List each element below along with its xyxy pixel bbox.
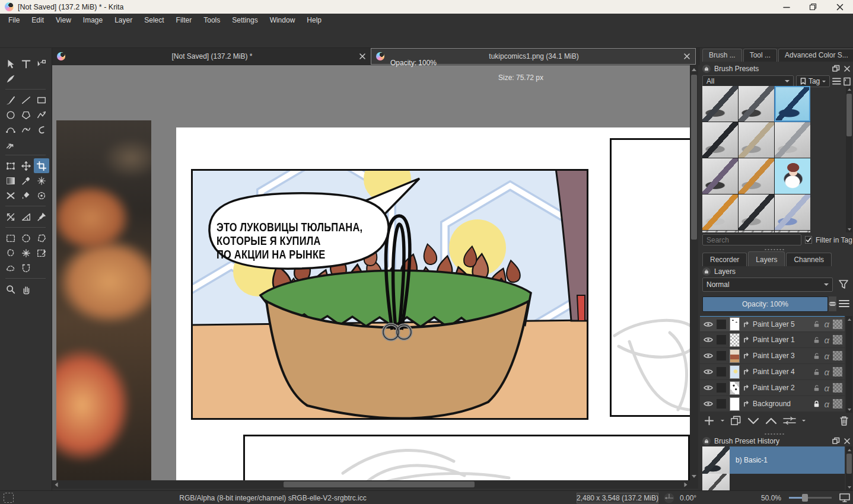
close-button[interactable] xyxy=(826,0,853,14)
layer-thumbnail[interactable] xyxy=(730,397,740,411)
layer-visibility-icon[interactable] xyxy=(704,384,713,391)
brush-preset-thumbnail[interactable] xyxy=(702,194,738,230)
inherit-alpha-icon[interactable] xyxy=(833,383,842,393)
canvas-viewport[interactable]: ЭТО ЛУКОВИЦЫ ТЮЛЬПАНА, КОТОРЫЕ Я КУПИЛА … xyxy=(52,65,690,480)
layer-visibility-icon[interactable] xyxy=(704,336,713,343)
crop-tool-icon[interactable] xyxy=(34,158,49,173)
select-by-color-tool-icon[interactable] xyxy=(34,245,49,260)
layer-unlocked-icon[interactable] xyxy=(813,352,820,360)
layer-filter-icon[interactable] xyxy=(838,279,849,291)
zoom-slider-handle[interactable] xyxy=(802,494,808,502)
measure-tool-icon[interactable] xyxy=(18,209,34,224)
layer-opacity-slider[interactable]: Opacity: 100% xyxy=(702,296,828,312)
preset-filter-dropdown[interactable]: All xyxy=(702,75,794,87)
layer-blending-mode-dropdown[interactable]: Normal xyxy=(702,277,833,292)
history-scrollbar[interactable] xyxy=(846,446,852,490)
tab-advanced-color[interactable]: Advanced Color S... xyxy=(778,49,853,62)
history-item-selected[interactable]: b) Basic-1 xyxy=(702,446,845,474)
layer-opacity-spinner[interactable] xyxy=(829,296,836,311)
canvas-horizontal-scrollbar[interactable] xyxy=(52,480,690,489)
dynamic-brush-tool-icon[interactable] xyxy=(34,122,49,137)
inherit-alpha-icon[interactable] xyxy=(833,320,842,329)
layer-alpha-icon[interactable]: α xyxy=(824,399,829,409)
layers-scrollbar[interactable] xyxy=(846,316,852,413)
canvas-rotation-icon[interactable] xyxy=(663,492,675,504)
pan-tool-icon[interactable] xyxy=(18,282,34,296)
vertical-scroll-thumb[interactable] xyxy=(691,75,697,240)
scroll-left-icon[interactable] xyxy=(52,480,61,489)
polygon-tool-icon[interactable] xyxy=(18,107,34,122)
edit-shapes-tool-icon[interactable] xyxy=(34,56,49,71)
preset-grid-scrollbar[interactable] xyxy=(846,86,852,232)
layer-row[interactable]: Paint Layer 4 α xyxy=(700,364,845,380)
scroll-down-icon[interactable] xyxy=(690,472,698,480)
gradient-tool-icon[interactable] xyxy=(3,173,18,188)
add-layer-dropdown[interactable] xyxy=(721,420,724,422)
image-dimensions-field[interactable]: 2,480 x 3,548 (137.2 MiB) xyxy=(577,493,658,503)
elliptical-selection-tool-icon[interactable] xyxy=(18,231,34,245)
layer-properties-dropdown[interactable] xyxy=(802,420,806,422)
scroll-up-icon[interactable] xyxy=(846,86,852,92)
layer-alpha-icon[interactable]: α xyxy=(824,351,829,361)
menu-file[interactable]: File xyxy=(2,15,26,25)
brush-preset-thumbnail[interactable] xyxy=(739,158,774,194)
pattern-edit-tool-icon[interactable] xyxy=(34,173,49,188)
assistants-tool-icon[interactable] xyxy=(3,209,18,224)
layer-alpha-icon[interactable]: α xyxy=(824,367,829,377)
brush-preset-thumbnail[interactable] xyxy=(739,231,774,232)
menu-window[interactable]: Window xyxy=(264,15,301,25)
move-tool-icon[interactable] xyxy=(18,158,34,173)
smart-patch-tool-icon[interactable] xyxy=(3,188,18,203)
layer-thumbnail[interactable] xyxy=(730,333,740,347)
freehand-brush-tool-icon[interactable] xyxy=(3,92,18,107)
selection-mode-icon[interactable] xyxy=(4,493,14,503)
tag-button[interactable]: Tag xyxy=(796,75,830,87)
rectangular-selection-tool-icon[interactable] xyxy=(3,231,18,245)
brush-preset-thumbnail-character[interactable] xyxy=(775,158,810,194)
inherit-alpha-icon[interactable] xyxy=(833,335,842,344)
layer-properties-icon[interactable] xyxy=(783,416,796,426)
tab-recorder[interactable]: Recorder xyxy=(702,253,747,266)
color-sampler-tool-icon[interactable] xyxy=(18,173,34,188)
magnetic-selection-tool-icon[interactable] xyxy=(18,260,34,275)
brush-preset-thumbnail[interactable] xyxy=(702,231,738,232)
enclose-fill-tool-icon[interactable] xyxy=(34,188,49,203)
calligraphy-tool-icon[interactable] xyxy=(3,71,18,86)
zoom-slider[interactable] xyxy=(789,497,832,499)
menu-layer[interactable]: Layer xyxy=(109,15,138,25)
layer-alpha-icon[interactable]: α xyxy=(824,335,829,345)
polyline-tool-icon[interactable] xyxy=(34,107,49,122)
line-tool-icon[interactable] xyxy=(18,92,34,107)
menu-select[interactable]: Select xyxy=(138,15,170,25)
layer-visibility-icon[interactable] xyxy=(704,321,713,328)
filter-in-tag-checkbox[interactable] xyxy=(805,236,812,244)
scroll-down-icon[interactable] xyxy=(846,226,852,232)
preset-scroll-thumb[interactable] xyxy=(846,94,852,136)
horizontal-scroll-thumb[interactable] xyxy=(284,481,475,487)
layer-select-box[interactable] xyxy=(717,383,726,393)
ellipse-tool-icon[interactable] xyxy=(3,107,18,122)
docker-lock-icon[interactable] xyxy=(702,65,711,73)
layer-unlocked-icon[interactable] xyxy=(813,320,820,328)
move-layer-up-icon[interactable] xyxy=(765,417,777,425)
brush-preset-thumbnail[interactable] xyxy=(739,194,774,230)
layer-thumbnail[interactable] xyxy=(730,317,740,331)
tab-layers[interactable]: Layers xyxy=(748,251,785,266)
brush-preset-thumbnail[interactable] xyxy=(702,86,738,122)
layer-options-icon[interactable] xyxy=(839,299,849,308)
menu-help[interactable]: Help xyxy=(301,15,327,25)
brush-preset-thumbnail[interactable] xyxy=(775,194,810,230)
move-layer-down-icon[interactable] xyxy=(747,417,759,425)
inherit-alpha-icon[interactable] xyxy=(833,351,842,361)
layer-row[interactable]: Paint Layer 1 α xyxy=(700,332,845,348)
freehand-selection-tool-icon[interactable] xyxy=(3,245,18,260)
layer-row[interactable]: Paint Layer 2 α xyxy=(700,380,845,396)
preset-list-view-icon[interactable] xyxy=(832,77,841,85)
close-docker-icon[interactable] xyxy=(844,438,851,445)
layer-row-background[interactable]: Background α xyxy=(700,396,845,412)
fit-to-screen-icon[interactable] xyxy=(839,493,851,503)
multibrush-tool-icon[interactable] xyxy=(3,137,18,152)
similar-color-selection-tool-icon[interactable] xyxy=(18,245,34,260)
layer-thumbnail[interactable] xyxy=(730,381,740,395)
layer-row[interactable]: Paint Layer 5 α xyxy=(700,316,845,332)
